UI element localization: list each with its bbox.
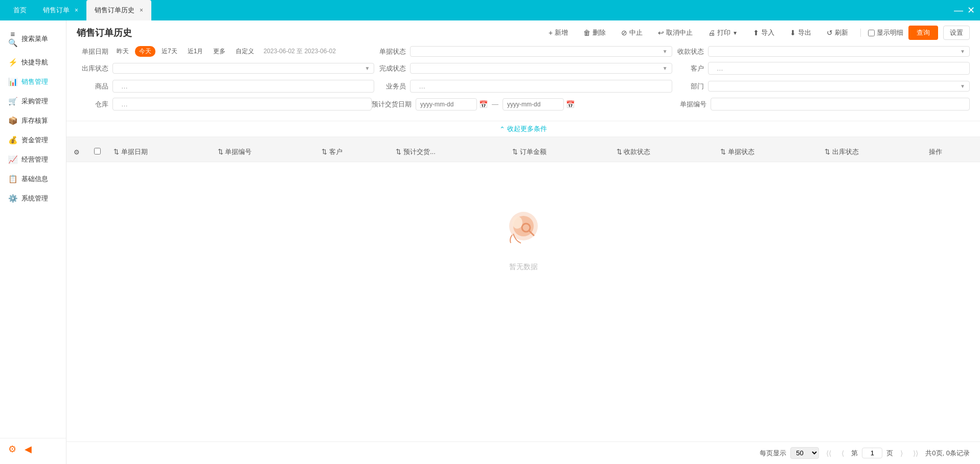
- page-unit-label: 页: [886, 449, 893, 458]
- order-status-label: 单据状态: [374, 47, 410, 56]
- sidebar-item-search-menu-label: 搜索菜单: [21, 34, 48, 43]
- delete-button[interactable]: 🗑 删除: [578, 26, 611, 39]
- new-button[interactable]: + 新增: [543, 26, 573, 39]
- salesperson-select[interactable]: …: [410, 80, 672, 93]
- stop-icon: ⊘: [621, 29, 627, 37]
- sidebar-item-operation[interactable]: 📈 经营管理: [0, 150, 66, 169]
- close-window-icon[interactable]: ✕: [967, 5, 975, 16]
- product-ellipsis[interactable]: …: [119, 82, 130, 90]
- calendar-from-icon[interactable]: 📅: [479, 100, 488, 108]
- order-status-select[interactable]: ▼: [410, 46, 672, 57]
- sidebar-item-system[interactable]: ⚙️ 系统管理: [0, 189, 66, 208]
- delivery-date-from[interactable]: [416, 98, 477, 111]
- last-page-btn[interactable]: ⟩⟩: [910, 448, 921, 458]
- filter-area: 单据日期 昨天 今天 近7天 近1月 更多 自定义 2023-06-02 至 2…: [77, 46, 970, 121]
- salesperson-label: 业务员: [374, 82, 410, 91]
- content-area: 销售订单历史 + 新增 🗑 删除 ⊘ 中止 ↩: [66, 20, 980, 464]
- col-settings[interactable]: ⚙: [66, 142, 87, 162]
- collapse-row[interactable]: ⌃ 收起更多条件: [66, 121, 980, 137]
- sidebar-item-basic-info[interactable]: 📋 基础信息: [0, 169, 66, 189]
- page-size-label: 每页显示: [760, 449, 786, 458]
- empty-text: 暂无数据: [509, 262, 538, 272]
- setting-label: 设置: [950, 29, 963, 36]
- sidebar-item-quick-nav[interactable]: ⚡ 快捷导航: [0, 53, 66, 72]
- tab-sales-order[interactable]: 销售订单 ×: [35, 0, 86, 20]
- finance-icon: 💰: [8, 136, 17, 145]
- date-1month-btn[interactable]: 近1月: [184, 46, 208, 57]
- tab-home-label: 首页: [13, 6, 27, 15]
- col-payment-status: ⇅ 收款状态: [610, 142, 715, 162]
- sidebar-item-purchase[interactable]: 🛒 采购管理: [0, 92, 66, 111]
- refresh-button[interactable]: ↺ 刷新: [822, 26, 853, 39]
- sidebar-item-sales[interactable]: 📊 销售管理: [0, 72, 66, 92]
- tab-sales-order-history-label: 销售订单历史: [95, 6, 134, 15]
- order-no-input[interactable]: [711, 98, 970, 111]
- date-yesterday-btn[interactable]: 昨天: [112, 46, 133, 57]
- date-more-btn[interactable]: 更多: [209, 46, 230, 57]
- new-label: 新增: [555, 28, 568, 37]
- inventory-icon: 📦: [8, 116, 17, 125]
- import-icon: ⬆: [753, 29, 759, 37]
- department-select[interactable]: ▼: [708, 81, 970, 92]
- product-select[interactable]: …: [112, 80, 374, 93]
- sidebar-item-operation-label: 经营管理: [21, 155, 48, 164]
- cancel-stop-icon: ↩: [658, 29, 664, 37]
- order-status-control: ▼: [410, 46, 672, 57]
- export-button[interactable]: ⬇ 导出: [785, 26, 816, 39]
- complete-status-select[interactable]: ▼: [410, 63, 672, 74]
- import-button[interactable]: ⬆ 导入: [748, 26, 780, 39]
- cancel-stop-button[interactable]: ↩ 取消中止: [653, 26, 698, 39]
- sidebar-item-search-menu[interactable]: ≡🔍 搜索菜单: [0, 25, 66, 53]
- sidebar-item-finance[interactable]: 💰 资金管理: [0, 130, 66, 150]
- query-label: 查询: [917, 28, 930, 37]
- warehouse-ellipsis[interactable]: …: [119, 100, 130, 108]
- payment-status-select[interactable]: ▼: [708, 46, 970, 57]
- sidebar-collapse-icon[interactable]: ◀: [25, 444, 32, 455]
- next-page-btn[interactable]: ⟩: [897, 448, 906, 458]
- top-bar-controls: — ✕: [954, 5, 975, 16]
- date-today-btn[interactable]: 今天: [135, 46, 155, 57]
- customer-ellipsis[interactable]: …: [715, 64, 725, 72]
- print-button[interactable]: 🖨 打印 ▼: [703, 26, 743, 39]
- tab-sales-order-close[interactable]: ×: [75, 7, 78, 14]
- customer-control: …: [708, 62, 970, 75]
- filter-row-1: 单据日期 昨天 今天 近7天 近1月 更多 自定义 2023-06-02 至 2…: [77, 46, 970, 57]
- page-size-select[interactable]: 50 10 20 100: [790, 447, 819, 459]
- show-detail-checkbox-label[interactable]: 显示明细: [868, 28, 903, 37]
- date-7days-btn[interactable]: 近7天: [157, 46, 181, 57]
- sidebar-item-inventory[interactable]: 📦 库存核算: [0, 111, 66, 130]
- tab-sales-order-history[interactable]: 销售订单历史 ×: [86, 0, 151, 20]
- collapse-up-icon: ⌃: [499, 125, 505, 133]
- date-custom-btn[interactable]: 自定义: [232, 46, 258, 57]
- stop-button[interactable]: ⊘ 中止: [616, 26, 648, 39]
- col-check[interactable]: [87, 142, 107, 162]
- sidebar-settings-icon[interactable]: ⚙: [8, 444, 16, 455]
- sidebar-item-sales-label: 销售管理: [21, 77, 48, 86]
- delivery-date-to[interactable]: [503, 98, 564, 111]
- col-amount-label: ⇅ 订单金额: [512, 148, 546, 156]
- tab-sales-order-history-close[interactable]: ×: [140, 7, 143, 14]
- show-detail-checkbox[interactable]: [868, 30, 875, 36]
- quick-nav-icon: ⚡: [8, 58, 17, 67]
- department-label: 部门: [672, 82, 708, 91]
- page-number-input[interactable]: [862, 448, 882, 458]
- customer-select[interactable]: …: [708, 62, 970, 75]
- calendar-to-icon[interactable]: 📅: [566, 100, 575, 108]
- select-all-checkbox[interactable]: [94, 148, 101, 154]
- refresh-label: 刷新: [835, 28, 848, 37]
- setting-button[interactable]: 设置: [943, 26, 970, 40]
- system-icon: ⚙️: [8, 194, 17, 203]
- col-out-status: ⇅ 出库状态: [818, 142, 923, 162]
- date-filter-label: 单据日期: [77, 47, 112, 56]
- query-button[interactable]: 查询: [908, 26, 938, 40]
- out-status-select[interactable]: ▼: [112, 63, 374, 74]
- warehouse-select[interactable]: …: [112, 98, 372, 111]
- minimize-icon[interactable]: —: [954, 5, 963, 16]
- salesperson-ellipsis[interactable]: …: [417, 82, 427, 90]
- settings-icon[interactable]: ⚙: [74, 148, 80, 156]
- first-page-btn[interactable]: ⟨⟨: [823, 448, 834, 458]
- prev-page-btn[interactable]: ⟨: [838, 448, 847, 458]
- tab-home[interactable]: 首页: [5, 0, 35, 20]
- col-action-label: 操作: [929, 148, 942, 156]
- date-dash: —: [490, 100, 500, 108]
